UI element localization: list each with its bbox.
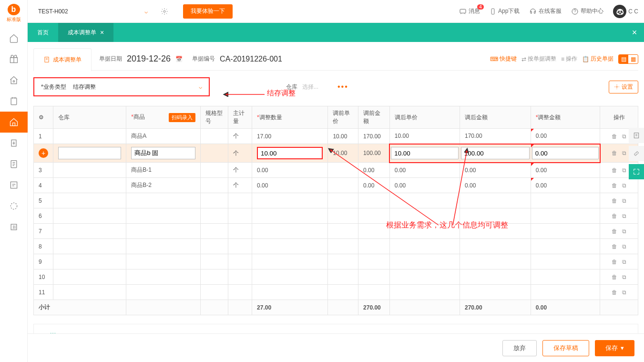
warehouse-field[interactable]: 仓库 选择... [286,83,318,91]
cell-spec[interactable] [201,224,228,239]
cell-qty[interactable] [252,144,328,163]
table-row[interactable]: 8🗑⧉ [34,239,638,254]
delete-row-icon[interactable]: 🗑 [612,243,617,250]
tab-close-icon[interactable]: × [100,29,104,36]
cell-spec[interactable] [201,239,228,254]
cell-post-amount[interactable]: 0.00 [460,163,531,178]
nav-reconcile[interactable] [0,175,28,196]
cell-spec[interactable] [201,129,228,144]
cell-post-amount[interactable] [460,208,531,224]
view-list[interactable]: ▤ [619,55,628,63]
cell-qty[interactable] [252,239,328,254]
operate-button[interactable]: ≡ 操作 [561,55,577,63]
col-pre-price[interactable]: 调前单价 [328,106,358,129]
warehouse-input[interactable] [58,147,121,159]
cell-adj-amount[interactable]: 0.00 [531,163,600,178]
calendar-icon[interactable]: 📅 [175,56,183,62]
cell-warehouse[interactable] [53,239,126,254]
cell-post-amount[interactable] [460,269,531,285]
nav-new[interactable]: 新 [0,217,28,238]
cell-warehouse[interactable] [53,144,126,163]
col-adj-qty[interactable]: *调整数量 [252,106,328,129]
cell-product[interactable] [126,224,201,239]
nav-inventory[interactable] [0,112,28,133]
delete-row-icon[interactable]: 🗑 [612,289,617,296]
save-button[interactable]: 保存 ▾ [595,340,634,356]
product-input[interactable] [131,147,195,159]
table-row[interactable]: 6🗑⧉ [34,208,638,224]
cell-spec[interactable] [201,285,228,300]
col-post-amount[interactable]: 调后金额 [460,106,531,129]
org-selector[interactable]: TEST-H002 ⌵ [33,4,153,19]
table-row[interactable]: 9🗑⧉ [34,254,638,269]
cell-post-amount[interactable] [460,224,531,239]
cell-qty[interactable] [252,193,328,208]
customer-service-button[interactable]: 在线客服 [529,7,562,15]
col-post-price[interactable]: 调后单价 [389,106,460,129]
copy-row-icon[interactable]: ⧉ [622,243,626,250]
cell-post-price[interactable]: 10.00 [389,129,460,144]
cell-warehouse[interactable] [53,193,126,208]
copy-row-icon[interactable]: ⧉ [622,182,626,189]
cell-adj-amount[interactable] [531,239,600,254]
cell-post-amount[interactable]: 0.00 [460,178,531,193]
cell-adj-amount[interactable]: 0.00 [531,129,600,144]
copy-row-icon[interactable]: ⧉ [622,213,626,219]
cell-product[interactable] [126,144,201,163]
qty-input[interactable] [257,147,323,159]
col-warehouse[interactable]: 仓库 [53,106,126,129]
cell-product[interactable] [126,254,201,269]
cell-spec[interactable] [201,163,228,178]
nav-purchase[interactable] [0,70,28,91]
col-spec[interactable]: 规格型号 [201,106,228,129]
cell-product[interactable]: 商品A [126,129,201,144]
cell-warehouse[interactable] [53,208,126,224]
cell-post-amount[interactable] [460,144,531,163]
cell-qty[interactable]: 17.00 [252,129,328,144]
cell-product[interactable] [126,239,201,254]
delete-row-icon[interactable]: 🗑 [612,197,617,204]
table-row[interactable]: +个10.00100.00🗑⧉ [34,144,638,163]
adj-amount-input[interactable] [532,147,599,159]
nav-home[interactable] [0,28,28,49]
nav-gift[interactable] [0,49,28,70]
cell-spec[interactable] [201,254,228,269]
doc-tab[interactable]: 成本调整单 [33,48,92,71]
cell-warehouse[interactable] [53,178,126,193]
help-button[interactable]: 帮助中心 [571,7,603,15]
save-draft-button[interactable]: 保存草稿 [542,340,589,356]
delete-row-icon[interactable]: 🗑 [612,213,617,219]
post-amount-input[interactable] [461,147,530,159]
col-product[interactable]: *商品扫码录入 [126,106,201,129]
table-row[interactable]: 4商品B-2个0.000.000.000.000.00🗑⧉ [34,178,638,193]
copy-row-icon[interactable]: ⧉ [622,289,626,296]
nav-sale[interactable] [0,91,28,112]
right-link-button[interactable] [629,146,644,161]
table-row[interactable]: 3商品B-1个0.000.000.000.000.00🗑⧉ [34,163,638,178]
cell-product[interactable] [126,285,201,300]
table-row[interactable]: 1商品A个17.0010.00170.0010.00170.000.00🗑⧉ [34,129,638,144]
cell-post-amount[interactable] [460,285,531,300]
cell-post-price[interactable] [389,254,460,269]
cell-adj-amount[interactable] [531,224,600,239]
delete-row-icon[interactable]: 🗑 [612,259,617,265]
cell-adj-amount[interactable]: 0.00 [531,178,600,193]
business-type-select[interactable]: * 业务类型 结存调整 ⌵ [33,77,210,96]
cell-warehouse[interactable] [53,163,126,178]
cell-post-price[interactable]: 0.00 [389,178,460,193]
cell-post-price[interactable] [389,224,460,239]
cell-post-price[interactable]: 0.00 [389,163,460,178]
copy-row-icon[interactable]: ⧉ [622,274,626,280]
copy-row-icon[interactable]: ⧉ [622,197,626,204]
app-download-button[interactable]: App下载 [490,7,520,15]
cell-qty[interactable]: 0.00 [252,178,328,193]
cell-warehouse[interactable] [53,129,126,144]
cell-product[interactable]: 商品B-2 [126,178,201,193]
post-price-input[interactable] [391,147,459,159]
copy-row-icon[interactable]: ⧉ [622,228,626,235]
delete-row-icon[interactable]: 🗑 [612,182,617,189]
cell-post-amount[interactable] [460,193,531,208]
cell-post-amount[interactable] [460,254,531,269]
table-row[interactable]: 7🗑⧉ [34,224,638,239]
cell-qty[interactable] [252,208,328,224]
